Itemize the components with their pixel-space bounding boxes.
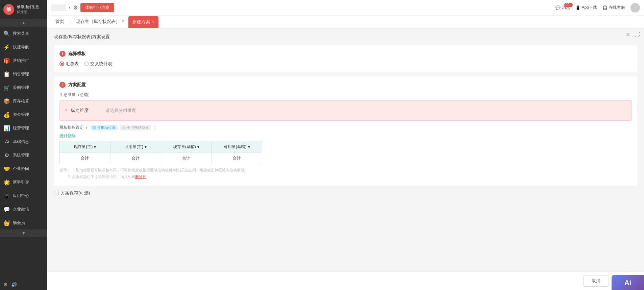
stats-col-1-header[interactable]: 现存量(主) ▾ [60, 141, 110, 152]
marketing-icon: 🎁 [3, 57, 10, 64]
sidebar-item-label: 经营管理 [13, 125, 29, 131]
sidebar-item-basic-info[interactable]: 🗂 基础信息 [0, 135, 47, 148]
non-draggable-badge: 不可拖动位置 [120, 125, 151, 130]
industry-solution-button[interactable]: 体验行业方案 [80, 3, 114, 12]
cancel-button[interactable]: 取消 [583, 275, 609, 287]
hint-area: 提示： 1.拖动标题栏可以调整布局，不可跨维度或指标区域拖动栏目字段(只能在同一… [59, 167, 632, 180]
sidebar-item-finance[interactable]: 💰 资金管理 [0, 108, 47, 121]
hint-1: 提示： 1.拖动标题栏可以调整布局，不可跨维度或指标区域拖动栏目字段(只能在同一… [59, 167, 632, 174]
sidebar-item-operation[interactable]: 📊 经营管理 [0, 121, 47, 135]
sidebar-scroll-down[interactable]: ▼ [0, 229, 47, 237]
stats-col-3-header[interactable]: 现存量(基辅) ▾ [161, 141, 212, 152]
settings-footer-icon[interactable]: ⚙ [3, 282, 8, 287]
app-icon: 畅 [3, 4, 14, 15]
dim-placeholder: 请选择分组维度 [105, 107, 136, 114]
customer-service-label: 在线客服 [609, 5, 625, 10]
sidebar-item-label: 销售管理 [13, 71, 29, 77]
sidebar-item-label: 基础信息 [13, 139, 29, 145]
sidebar-item-label: 企业协同 [13, 166, 29, 172]
sidebar-scroll-up[interactable]: ▲ [0, 19, 47, 27]
inventory-icon: 📦 [3, 98, 10, 104]
section-choose-template: 1 选择模板 汇总表 交叉统计表 [54, 45, 637, 72]
tab-inventory-status[interactable]: 现存量（库存状况表） ✕ [72, 16, 128, 28]
sales-icon: 📋 [3, 71, 10, 77]
close-modal-button[interactable]: ✕ [624, 30, 632, 39]
radio-summary[interactable] [59, 62, 64, 66]
sidebar-item-search-menu[interactable]: 🔍 搜索菜单 [0, 27, 47, 40]
template-option-summary[interactable]: 汇总表 [59, 61, 79, 67]
tab-bar: 首页 | 现存量（库存状况表） ✕ 新建方案 ✕ [47, 16, 644, 28]
vertical-dimension-area[interactable]: * 纵向维度 —— 请选择分组维度 [59, 100, 632, 121]
footer-buttons: 取消 查询 [47, 271, 644, 290]
sidebar-item-label: 搜索菜单 [13, 31, 29, 37]
radio-cross[interactable] [84, 62, 89, 66]
sidebar-item-purchase[interactable]: 🛒 采购管理 [0, 81, 47, 94]
tab-new-scheme[interactable]: 新建方案 ✕ [128, 16, 158, 28]
section1-number: 1 [59, 51, 66, 57]
stats-label: 统计指标 [59, 133, 632, 139]
user-avatar[interactable] [630, 3, 640, 13]
template-options: 汇总表 交叉统计表 [59, 61, 632, 67]
sidebar-logo: 畅 畅康通好生意 标准版 [0, 0, 47, 19]
expand-modal-button[interactable]: ⛶ [633, 30, 641, 39]
sidebar-item-marketing[interactable]: 🎁 营销推广 [0, 54, 47, 67]
sidebar-item-system[interactable]: ⚙ 系统管理 [0, 148, 47, 162]
sidebar-item-sales[interactable]: 📋 销售管理 [0, 67, 47, 81]
col1-label: 现存量(主) [74, 144, 93, 150]
template-option-cross[interactable]: 交叉统计表 [84, 61, 112, 67]
save-checkbox[interactable] [54, 191, 59, 195]
message-badge: 99+ [564, 3, 573, 7]
ai-badge[interactable]: Ai [612, 275, 644, 290]
stats-table-area: 统计指标 现存量(主) ▾ 可用量(主) ▾ 现存量(基辅) [59, 133, 632, 164]
section-scheme-config: 2 方案配置 汇总维度（必选） * 纵向维度 —— 请选择分组维度 模板指标设定… [54, 76, 637, 186]
sidebar-item-label: 资金管理 [13, 112, 29, 118]
app-name: 畅康通好生意 [17, 4, 39, 9]
basic-info-icon: 🗂 [3, 138, 10, 145]
stats-col-4-header[interactable]: 可用量(基辅) ▾ [212, 141, 262, 152]
tab-inventory-close-icon[interactable]: ✕ [121, 19, 124, 24]
main-area: ▾ ⚙ 体验行业方案 💬 消息 99+ 📱 App下载 🎧 在线客服 首页 | [47, 0, 644, 290]
section2-title: 方案配置 [68, 82, 86, 88]
app-download-item[interactable]: 📱 App下载 [575, 5, 597, 10]
customer-service-item[interactable]: 🎧 在线客服 [602, 5, 625, 10]
sidebar-item-inventory[interactable]: 📦 库存核算 [0, 94, 47, 108]
vertical-dim-inner: * 纵向维度 —— 请选择分组维度 [65, 107, 626, 114]
topbar-gear-icon[interactable]: ⚙ [73, 4, 78, 11]
tab-home[interactable]: 首页 [51, 16, 68, 28]
tab-new-scheme-close-icon[interactable]: ✕ [151, 20, 154, 24]
purchase-icon: 🛒 [3, 84, 10, 91]
template-cross-label: 交叉统计表 [90, 61, 112, 67]
delete-col-link[interactable]: 删除列 [135, 175, 146, 179]
tab-home-label: 首页 [55, 19, 64, 25]
sidebar-item-quick-nav[interactable]: ⚡ 快捷导航 [0, 40, 47, 54]
sidebar-item-guide[interactable]: 🌟 新手引导 [0, 175, 47, 189]
topbar: ▾ ⚙ 体验行业方案 💬 消息 99+ 📱 App下载 🎧 在线客服 [47, 0, 644, 16]
sidebar-item-app-center[interactable]: 📱 应用中心 [0, 189, 47, 202]
stats-col-2-header[interactable]: 可用量(主) ▾ [110, 141, 161, 152]
sound-footer-icon[interactable]: 🔊 [11, 282, 17, 287]
col4-dropdown-icon: ▾ [248, 145, 250, 149]
topbar-dropdown-icon[interactable]: ▾ [69, 6, 70, 9]
col3-label: 现存量(基辅) [173, 144, 196, 150]
sidebar-item-cooperation[interactable]: 🤝 企业协同 [0, 162, 47, 175]
draggable-badge: 可拖动位置 [91, 125, 118, 130]
app-version: 标准版 [17, 10, 39, 15]
topbar-title-text [54, 5, 63, 10]
wechat-icon: 💬 [3, 206, 10, 213]
customer-service-icon: 🎧 [602, 5, 608, 10]
guide-icon: 🌟 [3, 179, 10, 186]
hint-2: 2. 点击标题栏下拉可设置排序、插入列和删除列 [59, 174, 632, 180]
sidebar-item-wechat[interactable]: 💬 企业微信 [0, 202, 47, 216]
stats-cell-1-0: 合计 [60, 153, 110, 164]
topbar-right: 💬 消息 99+ 📱 App下载 🎧 在线客服 [555, 3, 640, 13]
cooperation-icon: 🤝 [3, 165, 10, 172]
modal-controls: ✕ ⛶ [621, 28, 644, 41]
sidebar-item-vip[interactable]: 👑 畅会员 [0, 216, 47, 229]
sidebar-item-label: 新手引导 [13, 179, 29, 185]
sidebar-item-label: 企业微信 [13, 207, 29, 212]
stats-cell-4-0: 合计 [212, 153, 262, 164]
stats-cell-3-0: 合计 [161, 153, 212, 164]
col3-dropdown-icon: ▾ [197, 145, 199, 149]
message-item[interactable]: 💬 消息 99+ [555, 5, 570, 10]
quick-nav-icon: ⚡ [3, 44, 10, 50]
